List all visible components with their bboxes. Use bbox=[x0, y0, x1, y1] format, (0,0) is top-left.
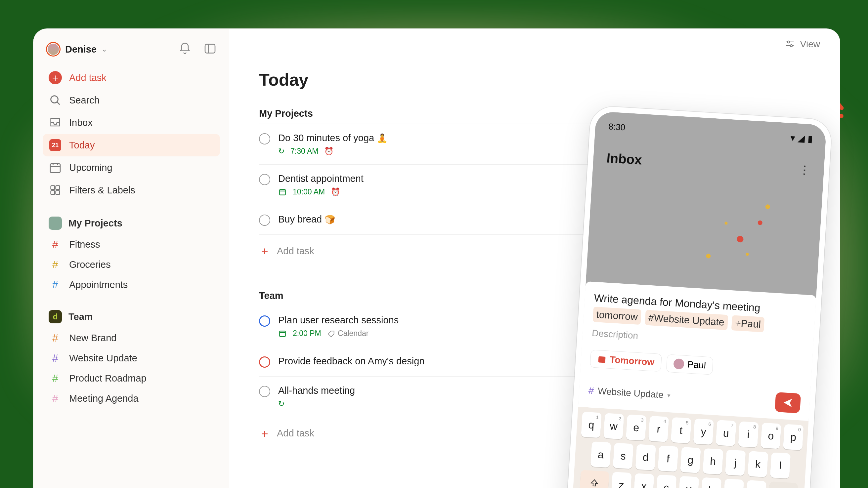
send-button[interactable] bbox=[775, 392, 801, 414]
token-project[interactable]: #Website Update bbox=[645, 310, 728, 330]
phone-mockup: 8:30 ▾ ◢ ▮ Inbox ⋯ Write agenda for Mond… bbox=[563, 105, 832, 488]
sidebar-project-product-roadmap[interactable]: #Product Roadmap bbox=[43, 368, 220, 389]
svg-rect-8 bbox=[51, 186, 55, 190]
date-chip[interactable]: Tomorrow bbox=[590, 350, 662, 371]
assignee-chip[interactable]: Paul bbox=[666, 354, 713, 375]
key-v[interactable]: v bbox=[678, 476, 699, 488]
key-p[interactable]: p0 bbox=[783, 424, 804, 450]
sidebar-project-new-brand[interactable]: #New Brand bbox=[43, 328, 220, 348]
bell-icon[interactable] bbox=[178, 42, 191, 57]
key-backspace[interactable] bbox=[768, 481, 798, 488]
sidebar-toggle-icon[interactable] bbox=[204, 42, 217, 57]
compose-input[interactable]: Write agenda for Monday's meeting tomorr… bbox=[592, 291, 806, 335]
sidebar-project-fitness[interactable]: #Fitness bbox=[43, 234, 220, 255]
key-f[interactable]: f bbox=[658, 445, 678, 471]
project-selector[interactable]: # Website Update ▾ bbox=[588, 385, 671, 401]
hash-icon: # bbox=[588, 385, 594, 396]
view-button[interactable]: View bbox=[784, 39, 820, 50]
nav-filters[interactable]: Filters & Labels bbox=[43, 179, 220, 201]
key-q[interactable]: q1 bbox=[581, 412, 602, 438]
plus-icon: ＋ bbox=[259, 243, 270, 259]
key-l[interactable]: l bbox=[770, 452, 791, 479]
calendar-icon bbox=[278, 329, 287, 338]
key-a[interactable]: a bbox=[590, 442, 611, 467]
battery-icon: ▮ bbox=[807, 133, 813, 144]
key-shift[interactable] bbox=[579, 470, 609, 488]
more-icon[interactable]: ⋯ bbox=[798, 164, 812, 176]
keyboard: q1w2e3r4t5y6u7i8o9p0 asdfghjkl zxcvbnm bbox=[572, 407, 809, 488]
key-u[interactable]: u7 bbox=[715, 420, 736, 446]
svg-rect-20 bbox=[598, 356, 606, 363]
profile-name: Denise bbox=[65, 44, 97, 55]
profile-menu[interactable]: Denise ⌄ bbox=[46, 42, 107, 57]
key-n[interactable]: n bbox=[723, 479, 744, 488]
task-checkbox[interactable] bbox=[259, 174, 270, 185]
sidebar-project-groceries[interactable]: #Groceries bbox=[43, 255, 220, 275]
key-w[interactable]: w2 bbox=[603, 413, 624, 439]
alarm-icon: ⏰ bbox=[324, 147, 334, 156]
compose-card: Write agenda for Monday's meeting tomorr… bbox=[578, 281, 816, 421]
search-icon bbox=[49, 94, 62, 107]
task-checkbox[interactable] bbox=[259, 215, 270, 226]
key-c[interactable]: c bbox=[656, 475, 677, 488]
svg-point-15 bbox=[790, 45, 792, 46]
svg-rect-4 bbox=[50, 164, 60, 172]
task-checkbox[interactable] bbox=[259, 316, 270, 327]
send-icon bbox=[782, 397, 794, 409]
phone-time: 8:30 bbox=[608, 121, 625, 133]
key-j[interactable]: j bbox=[725, 450, 746, 476]
hash-icon: # bbox=[49, 238, 62, 251]
token-assignee[interactable]: +Paul bbox=[732, 315, 765, 332]
svg-point-13 bbox=[787, 41, 789, 43]
hash-icon: # bbox=[49, 332, 62, 344]
svg-line-3 bbox=[57, 102, 60, 104]
key-m[interactable]: m bbox=[746, 480, 767, 488]
plus-circle-icon: ＋ bbox=[49, 71, 62, 84]
team-header[interactable]: d Team bbox=[43, 305, 220, 328]
task-tag: Calendar bbox=[327, 329, 369, 338]
nav-upcoming[interactable]: Upcoming bbox=[43, 156, 220, 179]
plus-icon: ＋ bbox=[259, 426, 270, 441]
key-b[interactable]: b bbox=[701, 478, 722, 488]
task-checkbox[interactable] bbox=[259, 356, 270, 368]
key-o[interactable]: o9 bbox=[761, 423, 781, 449]
key-r[interactable]: r4 bbox=[648, 416, 669, 442]
recurring-icon: ↻ bbox=[278, 147, 284, 156]
task-time: 10:00 AM bbox=[293, 188, 325, 196]
add-task-button[interactable]: ＋ Add task bbox=[43, 66, 220, 89]
avatar bbox=[46, 42, 61, 57]
task-checkbox[interactable] bbox=[259, 386, 270, 397]
task-checkbox[interactable] bbox=[259, 133, 270, 144]
sidebar-project-appointments[interactable]: #Appointments bbox=[43, 275, 220, 295]
key-g[interactable]: g bbox=[680, 447, 701, 473]
project-avatar bbox=[49, 217, 62, 230]
nav-today[interactable]: 21 Today bbox=[43, 134, 220, 156]
nav-inbox[interactable]: Inbox bbox=[43, 111, 220, 134]
token-date[interactable]: tomorrow bbox=[592, 306, 642, 325]
hash-icon: # bbox=[49, 392, 62, 405]
key-e[interactable]: e3 bbox=[626, 414, 647, 441]
svg-rect-18 bbox=[280, 331, 285, 336]
chevron-down-icon: ⌄ bbox=[101, 45, 107, 54]
key-i[interactable]: i8 bbox=[738, 421, 759, 447]
nav-search[interactable]: Search bbox=[43, 89, 220, 111]
key-t[interactable]: t5 bbox=[671, 417, 692, 443]
add-task-label: Add task bbox=[69, 72, 106, 83]
key-y[interactable]: y6 bbox=[693, 419, 714, 445]
recurring-icon: ↻ bbox=[278, 399, 284, 408]
key-s[interactable]: s bbox=[613, 443, 634, 469]
sidebar-project-meeting-agenda[interactable]: #Meeting Agenda bbox=[43, 389, 220, 409]
calendar-icon bbox=[597, 354, 607, 364]
task-time: 7:30 AM bbox=[290, 147, 318, 156]
my-projects-header[interactable]: My Projects bbox=[43, 212, 220, 234]
key-z[interactable]: z bbox=[611, 472, 632, 488]
avatar bbox=[673, 358, 684, 369]
svg-rect-0 bbox=[205, 44, 215, 53]
key-d[interactable]: d bbox=[635, 444, 656, 470]
sidebar-project-website-update[interactable]: #Website Update bbox=[43, 348, 220, 368]
key-x[interactable]: x bbox=[633, 473, 654, 488]
svg-rect-9 bbox=[56, 186, 60, 190]
svg-rect-11 bbox=[56, 191, 60, 195]
key-k[interactable]: k bbox=[748, 451, 769, 477]
key-h[interactable]: h bbox=[703, 448, 723, 475]
